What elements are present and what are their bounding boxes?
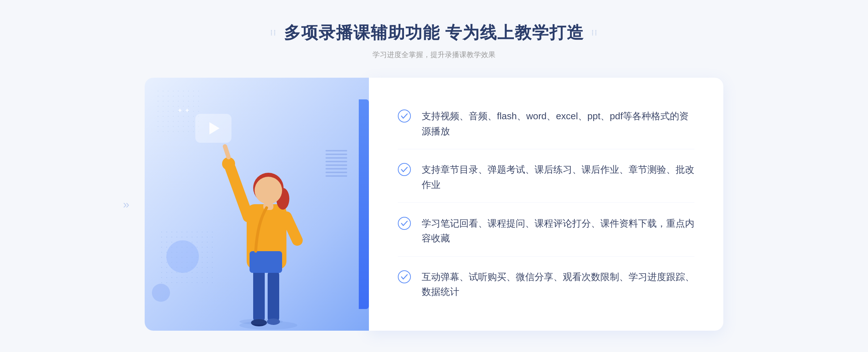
dots-left-icon: ⁞⁞ [270,28,277,38]
feature-text-4: 互动弹幕、试听购买、微信分享、观看次数限制、学习进度跟踪、数据统计 [422,270,694,300]
feature-text-3: 学习笔记回看、课程提问、课程评论打分、课件资料下载，重点内容收藏 [422,216,694,246]
dots-pattern [159,229,217,287]
content-area: » ✦ ✦ [145,78,723,331]
page-container: ⁞⁞ 多项录播课辅助功能 专为线上教学打造 ⁞⁞ 学习进度全掌握，提升录播课教学… [0,0,868,352]
left-arrow-icon: » [123,198,129,211]
sparkle-icon: ✦ ✦ [177,107,190,115]
feature-item-3: 学习笔记回看、课程提问、课程评论打分、课件资料下载，重点内容收藏 [398,206,694,257]
dots-right-icon: ⁞⁞ [591,28,598,38]
main-title: 多项录播课辅助功能 专为线上教学打造 [284,22,584,44]
blue-strip [359,99,369,309]
svg-line-9 [225,146,229,157]
features-panel: 支持视频、音频、flash、word、excel、ppt、pdf等各种格式的资源… [369,78,723,331]
title-row: ⁞⁞ 多项录播课辅助功能 专为线上教学打造 ⁞⁞ [270,22,598,44]
svg-point-19 [398,217,410,229]
svg-point-17 [398,110,410,122]
check-icon-1 [398,110,411,123]
check-icon-2 [398,163,411,176]
svg-point-18 [398,163,410,176]
stripe-decoration [326,150,347,193]
header-section: ⁞⁞ 多项录播课辅助功能 专为线上教学打造 ⁞⁞ 学习进度全掌握，提升录播课教学… [270,22,598,60]
svg-rect-1 [253,266,265,323]
svg-line-10 [286,217,297,240]
feature-item-2: 支持章节目录、弹题考试、课后练习、课后作业、章节测验、批改作业 [398,152,694,203]
svg-rect-2 [268,269,279,323]
svg-point-14 [255,177,282,204]
check-icon-3 [398,217,411,230]
subtitle: 学习进度全掌握，提升录播课教学效果 [270,50,598,60]
feature-item-4: 互动弹幕、试听购买、微信分享、观看次数限制、学习进度跟踪、数据统计 [398,259,694,310]
feature-item-1: 支持视频、音频、flash、word、excel、ppt、pdf等各种格式的资源… [398,99,694,149]
svg-rect-6 [250,251,282,273]
human-figure [210,121,326,331]
svg-point-16 [239,319,283,325]
feature-text-2: 支持章节目录、弹题考试、课后练习、课后作业、章节测验、批改作业 [422,162,694,192]
illustration-container: ✦ ✦ [145,78,369,331]
feature-text-1: 支持视频、音频、flash、word、excel、ppt、pdf等各种格式的资源… [422,109,694,139]
svg-line-7 [230,168,248,217]
check-icon-4 [398,270,411,283]
svg-point-20 [398,271,410,283]
